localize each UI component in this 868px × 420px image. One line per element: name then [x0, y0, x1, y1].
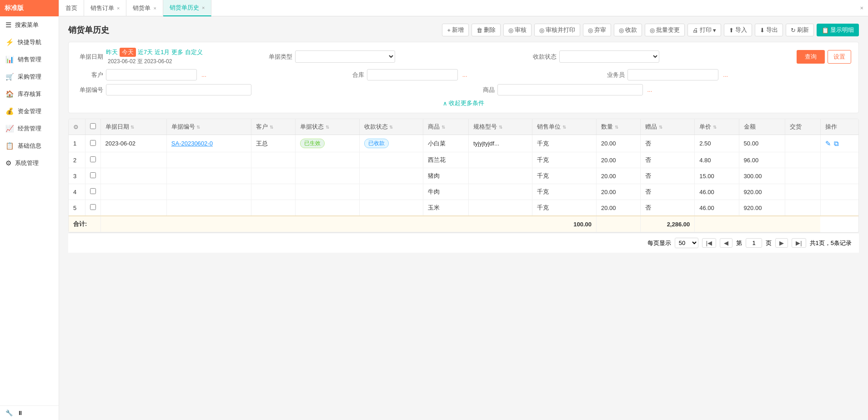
setting-button[interactable]: 设置	[828, 50, 851, 64]
page-number-input[interactable]	[746, 238, 762, 248]
select-all-checkbox[interactable]	[90, 123, 96, 129]
row-checkbox[interactable]	[90, 204, 96, 210]
goods-input[interactable]	[497, 84, 643, 95]
sidebar-item-label: 系统管理	[15, 159, 39, 167]
cell-actions	[820, 152, 858, 168]
cell-doc-no	[166, 184, 251, 200]
sidebar-item-inventory[interactable]: 🏠 库存核算	[0, 85, 59, 103]
warehouse-ellipsis[interactable]: ...	[461, 71, 469, 78]
cell-gift: 否	[641, 135, 695, 152]
col-quantity[interactable]: 数量 ⇅	[597, 119, 641, 135]
last1month-shortcut[interactable]: 近1月	[155, 48, 170, 56]
row-checkbox[interactable]	[90, 156, 96, 162]
sidebar-item-sys-mgmt[interactable]: ⚙ 系统管理	[0, 155, 59, 172]
cell-quantity: 20.00	[597, 200, 641, 216]
doc-no-link[interactable]: SA-20230602-0	[171, 140, 213, 147]
goods-filter: 商品 ...	[467, 84, 852, 95]
collect-status-select[interactable]	[559, 50, 659, 63]
collect-status-filter: 收款状态	[529, 50, 786, 63]
show-detail-button[interactable]: 📋 显示明细	[817, 24, 859, 36]
goods-ellipsis[interactable]: ...	[646, 86, 654, 93]
tab-sales-history[interactable]: 销货单历史 ×	[163, 0, 211, 16]
cell-doc-date	[100, 152, 166, 168]
doc-type-select[interactable]	[295, 50, 395, 63]
content-area: 销货单历史 + 新增 🗑 删除 ◎ 审核 ◎ 审核并打印	[59, 16, 868, 420]
collect-button[interactable]: ◎ 收款	[614, 24, 642, 36]
batch-change-button[interactable]: ◎ 批量变更	[645, 24, 685, 36]
col-goods[interactable]: 商品 ⇅	[423, 119, 469, 135]
quick-nav-icon: ⚡	[5, 38, 14, 46]
col-unit-price[interactable]: 单价 ⇅	[695, 119, 739, 135]
warehouse-input[interactable]	[367, 69, 458, 80]
customer-input[interactable]	[106, 69, 197, 80]
summary-end	[695, 216, 820, 232]
today-shortcut[interactable]: 今天	[120, 48, 136, 57]
abandon-button[interactable]: ◎ 弃审	[583, 24, 611, 36]
custom-shortcut[interactable]: 自定义	[185, 48, 203, 56]
summary-qty: 100.00	[100, 216, 597, 232]
tab-sales-order[interactable]: 销售订单 ×	[84, 0, 126, 16]
salesperson-input[interactable]	[627, 69, 718, 80]
more-shortcut[interactable]: 更多	[171, 48, 183, 56]
cell-goods: 猪肉	[423, 168, 469, 184]
new-button[interactable]: + 新增	[442, 24, 469, 36]
col-collect-status[interactable]: 收款状态 ⇅	[359, 119, 423, 135]
tab-home[interactable]: 首页	[59, 0, 84, 16]
gear-icon[interactable]: ⚙	[73, 124, 79, 130]
sidebar-item-operations[interactable]: 📈 经营管理	[0, 120, 59, 137]
delete-button[interactable]: 🗑 删除	[472, 24, 501, 36]
first-page-btn[interactable]: |◀	[702, 238, 716, 248]
print-button[interactable]: 🖨 打印 ▾	[687, 24, 721, 36]
col-customer[interactable]: 客户 ⇅	[251, 119, 295, 135]
sort-collect-status-icon: ⇅	[389, 125, 393, 130]
close-tab-sales-order[interactable]: ×	[117, 0, 120, 16]
close-tab-sales-history[interactable]: ×	[202, 0, 205, 16]
per-page-select[interactable]: 50 100	[675, 238, 698, 248]
sidebar-item-base-info[interactable]: 📋 基础信息	[0, 137, 59, 155]
sidebar-item-purchase-mgmt[interactable]: 🛒 采购管理	[0, 68, 59, 85]
doc-no-input[interactable]	[106, 84, 251, 95]
last-page-btn[interactable]: ▶|	[792, 238, 806, 248]
close-tab-sales-delivery[interactable]: ×	[153, 0, 156, 16]
row-checkbox[interactable]	[90, 172, 96, 178]
prev-page-btn[interactable]: ◀	[720, 238, 733, 248]
customer-label: 客户	[76, 71, 103, 79]
import-button[interactable]: ⬆ 导入	[724, 24, 752, 36]
row-checkbox[interactable]	[90, 188, 96, 194]
yesterday-shortcut[interactable]: 昨天	[106, 48, 118, 56]
sidebar-item-sales-mgmt[interactable]: 📊 销售管理	[0, 51, 59, 68]
row-checkbox[interactable]	[90, 140, 96, 146]
customer-ellipsis[interactable]: ...	[200, 71, 208, 78]
col-spec-type[interactable]: 规格型号 ⇅	[468, 119, 532, 135]
collapse-btn[interactable]: ∧ 收起更多条件	[76, 99, 851, 107]
audit-button[interactable]: ◎ 审核	[503, 24, 532, 36]
col-doc-no[interactable]: 单据编号 ⇅	[166, 119, 251, 135]
refresh-button[interactable]: ↻ 刷新	[786, 24, 814, 36]
pause-icon[interactable]: ⏸	[17, 410, 23, 416]
col-gift[interactable]: 赠品 ⇅	[641, 119, 695, 135]
sidebar-item-finance[interactable]: 💰 资金管理	[0, 103, 59, 120]
sort-doc-date-icon: ⇅	[130, 125, 134, 130]
cell-goods: 牛肉	[423, 184, 469, 200]
edit-icon[interactable]: ✎	[825, 140, 831, 148]
copy-icon[interactable]: ⧉	[834, 140, 839, 148]
close-all-tabs[interactable]: ×	[860, 5, 868, 11]
settings-icon[interactable]: 🔧	[5, 410, 13, 416]
cell-spec-type	[468, 168, 532, 184]
col-sales-unit[interactable]: 销售单位 ⇅	[532, 119, 597, 135]
col-doc-status[interactable]: 单据状态 ⇅	[296, 119, 360, 135]
salesperson-ellipsis[interactable]: ...	[721, 71, 730, 78]
sidebar-item-quick-nav[interactable]: ⚡ 快捷导航	[0, 34, 59, 51]
cell-doc-no	[166, 200, 251, 216]
query-button[interactable]: 查询	[797, 50, 825, 64]
col-doc-date[interactable]: 单据日期 ⇅	[100, 119, 166, 135]
audit-print-button[interactable]: ◎ 审核并打印	[534, 24, 580, 36]
cell-collect-status: 已收款	[359, 135, 423, 152]
collect-icon: ◎	[619, 27, 624, 34]
tab-sales-delivery[interactable]: 销货单 ×	[126, 0, 163, 16]
cell-gift: 否	[641, 168, 695, 184]
export-button[interactable]: ⬇ 导出	[755, 24, 783, 36]
sidebar-item-search-menu[interactable]: ☰ 搜索菜单	[0, 16, 59, 34]
last7days-shortcut[interactable]: 近7天	[138, 48, 153, 56]
next-page-btn[interactable]: ▶	[775, 238, 788, 248]
